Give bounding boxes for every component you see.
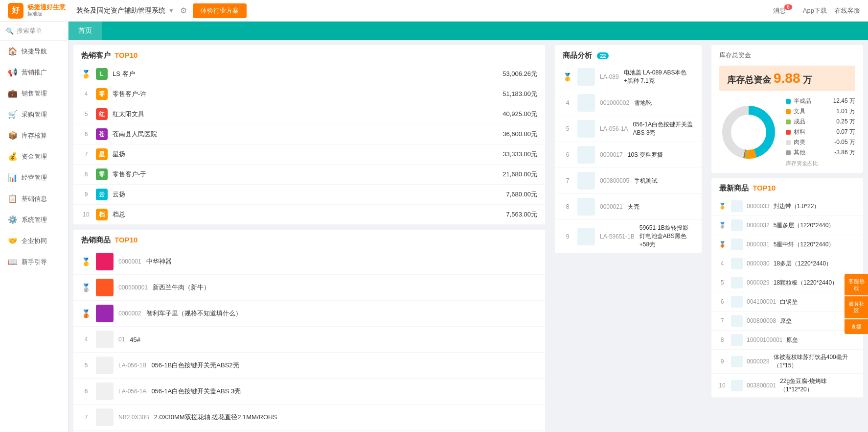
product-image: [731, 356, 743, 367]
hotline-button[interactable]: 客服热线: [845, 274, 868, 296]
product-code: 0000028: [747, 358, 770, 365]
product-code: 0000033: [747, 203, 770, 210]
product-code: 004100001: [747, 298, 776, 305]
sidebar-label-system: 系统管理: [22, 216, 47, 224]
service-community-button[interactable]: 服务社区: [845, 296, 868, 318]
rank-num: 5: [563, 125, 572, 132]
sidebar-item-inventory[interactable]: 📦 库存核算: [0, 125, 68, 146]
message-badge: 6: [784, 4, 792, 10]
main-layout: 🔍 搜索菜单 🏠 快捷导航 📢 营销推广 💼 销售管理 🛒 采购管理 📦 库存核…: [0, 22, 868, 432]
tab-home-label: 首页: [78, 26, 92, 35]
product-code: 000800008: [747, 317, 776, 324]
rank-num: 4: [563, 99, 572, 106]
new-products-top10: TOP10: [753, 184, 776, 192]
product-code: 0000021: [600, 203, 623, 210]
sidebar-search[interactable]: 🔍 搜索菜单: [0, 22, 68, 41]
product-image: [731, 219, 743, 231]
rank-medal: 🥇: [717, 203, 727, 210]
tab-home[interactable]: 首页: [69, 22, 102, 40]
legend-dot: [786, 140, 791, 145]
product-name: 5厘多层（1220*2440）: [774, 221, 857, 230]
legend-item: 材料 0.07 万: [786, 128, 855, 136]
rank-num: 6: [563, 151, 572, 158]
product-name: 18多层（1220*2440）: [774, 260, 857, 268]
new-products-title: 最新商品 TOP10: [711, 178, 863, 197]
legend-item: 文具 1.01 万: [786, 107, 855, 116]
hot-products-title: 热销商品 TOP10: [73, 230, 545, 249]
product-image: [731, 258, 743, 269]
sidebar-item-guide[interactable]: 📖 新手引导: [0, 251, 68, 272]
table-row: 6 苍 苍南县人民医院 36,600.00元: [73, 124, 545, 144]
product-image: [577, 68, 595, 86]
sidebar-label-finance: 资金管理: [22, 152, 47, 161]
customer-badge: 苍: [96, 128, 108, 140]
product-image: [577, 146, 595, 164]
product-code: 0000032: [747, 222, 770, 229]
product-name: 22g鱼豆腐-烧烤味（1*12*20）: [780, 377, 857, 394]
customer-amount: 53,006.26元: [503, 70, 537, 78]
sidebar-item-finance[interactable]: 💰 资金管理: [0, 146, 68, 167]
rank-num: 6: [81, 131, 91, 138]
medal-icon: 🥇: [81, 257, 91, 266]
rank-num: 6: [717, 298, 727, 305]
sidebar-label-quicknav: 快捷导航: [22, 47, 47, 56]
list-item: 7 000800008 原垒: [711, 312, 863, 331]
trial-button[interactable]: 体验行业方案: [193, 3, 247, 18]
list-item: 6 004100001 白钢垫: [711, 292, 863, 312]
medal-icon: 🥇: [81, 70, 91, 79]
legend-item: 肉类 -0.05 万: [786, 138, 855, 146]
product-image: [96, 279, 114, 296]
sidebar-item-purchase[interactable]: 🛒 采购管理: [0, 104, 68, 125]
sidebar-item-operations[interactable]: 📊 经营管理: [0, 167, 68, 188]
product-name: 5厘中纤（1220*2440）: [774, 240, 857, 249]
product-image: [577, 172, 595, 190]
customer-name: 红太阳文具: [113, 110, 498, 119]
message-label: 消息: [773, 7, 786, 14]
sidebar-label-base: 基础信息: [22, 194, 47, 203]
sidebar-item-quicknav[interactable]: 🏠 快捷导航: [0, 41, 68, 62]
product-code: 0000001: [118, 258, 141, 265]
customer-badge: 红: [96, 108, 108, 120]
sidebar-item-enterprise[interactable]: 🤝 企业协同: [0, 230, 68, 251]
table-row: 🥇 L LS 客户 53,006.26元: [73, 64, 545, 84]
sidebar-item-marketing[interactable]: 📢 营销推广: [0, 62, 68, 83]
search-icon: 🔍: [6, 27, 14, 35]
guide-icon: 📖: [8, 257, 18, 266]
rank-num: 6: [81, 388, 91, 395]
sidebar-item-base[interactable]: 📋 基础信息: [0, 188, 68, 209]
legend-value: -3.86 万: [834, 148, 855, 157]
table-row: 4 零 零售客户-许 51,183.00元: [73, 84, 545, 104]
system-icon: ⚙️: [8, 215, 18, 224]
sidebar-item-system[interactable]: ⚙️ 系统管理: [0, 209, 68, 230]
app-download[interactable]: App下载: [803, 6, 827, 15]
product-name: 056-1A白色按键开关盖ABS 3壳: [633, 120, 694, 137]
live-button[interactable]: 直播: [845, 319, 868, 334]
rank-medal: 🥈: [717, 222, 727, 229]
middle-panel: 商品分析 22 🥇 LA-089 电池盖 LA-089 ABS本色+黑种 7.1…: [550, 40, 707, 432]
top-header: 好 畅捷通好生意 标准版 装备及固定资产辅助管理系统 ▼ ⚙ 体验行业方案 消息…: [0, 0, 868, 22]
enterprise-icon: 🤝: [8, 236, 18, 245]
sidebar-label-sales: 销售管理: [22, 89, 47, 98]
legend-dot: [786, 130, 791, 135]
customer-name: 档总: [113, 210, 501, 219]
legend-value: 1.01 万: [836, 107, 855, 116]
list-item: 🥇 0000001 中华神器: [73, 249, 545, 275]
search-label: 搜索菜单: [17, 26, 42, 35]
legend-dot: [786, 150, 791, 155]
donut-chart: [719, 103, 778, 162]
online-service[interactable]: 在线客服: [835, 6, 860, 15]
system-selector[interactable]: 装备及固定资产辅助管理系统 ▼: [76, 6, 174, 15]
logo-badge: 标准版: [27, 11, 66, 18]
product-code: LA-056-1A: [118, 388, 146, 395]
product-code: 000800005: [600, 177, 629, 184]
list-item: 7 NB2.0X30B 2.0X30MM双搓花轴,搓花直径2.1MM/ROHS: [73, 405, 545, 431]
message-area[interactable]: 消息 6: [773, 6, 795, 15]
sidebar-item-sales[interactable]: 💼 销售管理: [0, 83, 68, 104]
hot-products-card: 热销商品 TOP10 🥇 0000001 中华神器 🥈 000500001 新西…: [73, 230, 545, 432]
content-body: 热销客户 TOP10 🥇 L LS 客户 53,006.26元 4 零: [69, 40, 868, 432]
medal-icon: 🥇: [563, 72, 572, 82]
product-name: 056-1B白色按键开关壳ABS2壳: [151, 361, 537, 370]
customer-amount: 21,680.00元: [503, 170, 537, 179]
settings-icon[interactable]: ⚙: [180, 6, 187, 15]
list-item: 🥉 0000031 5厘中纤（1220*2440）: [711, 235, 863, 254]
